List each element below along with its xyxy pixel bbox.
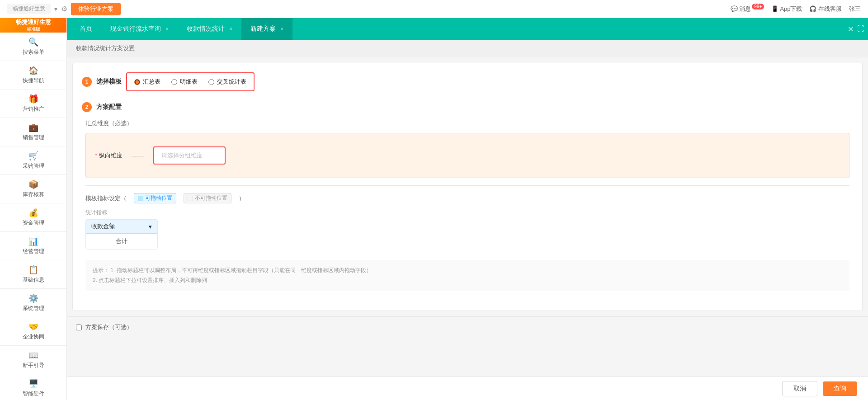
sidebar-item-system[interactable]: ⚙️ 系统管理 [0,289,66,317]
tab-collection[interactable]: 收款情况统计 × [178,18,241,40]
dimension-title: 汇总维度（必选） [85,119,849,127]
top-bar-right: 💬 消息99+ 📱 App下载 🎧 在线客服 张三 [731,5,861,13]
top-bar: 畅捷通好生意 ▾ ⚙ 体验行业方案 💬 消息99+ 📱 App下载 🎧 在线客服… [0,0,868,18]
tab-cashflow[interactable]: 现金银行流水查询 × [101,18,178,40]
radio-detail-label: 明细表 [180,78,198,86]
logo-sub: 标准版 [27,26,40,33]
metrics-section: 模板指标设定（ 可拖动位置 不可拖动位置 ） [85,185,849,251]
gear-icon: ⚙️ [28,293,38,303]
required-mark: * [95,152,97,159]
sidebar-item-search[interactable]: 🔍 搜索菜单 [0,33,66,61]
step1-title: 选择模板 [96,78,122,86]
metrics-label-row: 模板指标设定（ 可拖动位置 不可拖动位置 ） [85,193,849,203]
radio-summary-input[interactable] [134,79,140,85]
step1-num: 1 [82,77,92,87]
draggable-indicator [138,196,143,201]
sidebar-item-nav[interactable]: 🏠 快捷导航 [0,61,66,89]
handshake-icon: 🤝 [28,322,38,332]
sidebar-item-finance[interactable]: 💰 资金管理 [0,203,66,232]
sidebar-item-label: 库存核算 [23,191,44,198]
tab-bar: 首页 现金银行流水查询 × 收款情况统计 × 新建方案 × ✕ ⛶ [67,18,868,40]
tab-collection-close[interactable]: × [229,26,232,32]
form-container: 1 选择模板 汇总表 明细表 [72,63,863,311]
metrics-table-container: 统计指标 收款金额 ▾ 合计 [85,209,849,251]
sidebar-item-label: 采购管理 [23,162,44,170]
draggable-label: 可拖动位置 [145,194,172,202]
radio-summary-label: 汇总表 [143,78,160,86]
user-name[interactable]: 张三 [849,5,861,13]
content-area: 收款情况统计方案设置 1 选择模板 汇总表 [67,40,868,376]
metrics-col-dropdown-icon[interactable]: ▾ [149,223,152,230]
draggable-badge: 可拖动位置 [134,193,176,203]
metrics-table: 收款金额 ▾ 合计 [85,219,158,249]
sidebar-item-label: 基础信息 [23,276,44,284]
money-icon: 💰 [28,208,38,218]
step2-section: 2 方案配置 汇总维度（必选） * 纵向维度 —— [82,102,853,291]
home-icon: 🏠 [28,66,38,75]
sidebar-item-inventory[interactable]: 📦 库存核算 [0,175,66,203]
metrics-header-label: 统计指标 [85,209,849,216]
dimension-input[interactable]: 请选择分组维度 [153,146,226,165]
tab-close-all-icon[interactable]: ✕ [848,25,854,33]
cart-icon: 🛒 [28,151,38,161]
settings-icon[interactable]: ⚙ [61,5,67,13]
tab-new-plan-label: 新建方案 [250,25,276,33]
sidebar-item-operation[interactable]: 📊 经营管理 [0,232,66,260]
tip-2: 2. 点击标题栏下拉可设置排序、插入列和删除列 [93,276,842,286]
online-service[interactable]: 🎧 在线客服 [809,5,842,13]
save-checkbox[interactable] [76,325,82,330]
top-bar-left: 畅捷通好生意 ▾ ⚙ 体验行业方案 [7,3,121,15]
sidebar-item-label: 快捷导航 [23,77,44,85]
non-draggable-badge: 不可拖动位置 [184,193,231,203]
list-icon: 📋 [28,265,38,275]
tab-home[interactable]: 首页 [71,18,101,40]
radio-detail-input[interactable] [171,79,177,85]
sidebar-item-collab[interactable]: 🤝 企业协同 [0,317,66,346]
sidebar-item-label: 新手引导 [23,362,44,369]
radio-cross-input[interactable] [208,79,214,85]
sidebar-item-sales[interactable]: 💼 销售管理 [0,118,66,146]
monitor-icon: 🖥️ [28,379,38,389]
notification-badge: 99+ [752,4,764,9]
sidebar-item-hardware[interactable]: 🖥️ 智能硬件 [0,374,66,400]
dimension-config: 汇总维度（必选） * 纵向维度 —— 请选择分组维度 [82,119,853,291]
sidebar-item-guide[interactable]: 📖 新手引导 [0,346,66,374]
notification[interactable]: 💬 消息99+ [731,5,764,13]
sidebar-logo: 畅捷通好生意 标准版 [0,18,66,33]
industry-btn[interactable]: 体验行业方案 [71,3,121,15]
tab-home-label: 首页 [80,25,92,33]
tab-new-plan-close[interactable]: × [280,26,283,32]
radio-cross-label: 交叉统计表 [217,78,246,86]
tab-cashflow-label: 现金银行流水查询 [110,25,161,33]
app-download[interactable]: 📱 App下载 [771,5,802,13]
tab-cashflow-close[interactable]: × [165,26,169,32]
sidebar-item-label: 销售管理 [23,134,44,141]
footer-bar: 取消 查询 [67,376,868,400]
step2-header: 2 方案配置 [82,102,853,112]
metrics-table-row: 合计 [86,234,157,249]
dimension-area: * 纵向维度 —— 请选择分组维度 [85,133,849,178]
step2-num: 2 [82,102,92,112]
tab-collection-label: 收款情况统计 [187,25,225,33]
radio-cross[interactable]: 交叉统计表 [208,78,246,86]
page-title: 收款情况统计方案设置 [67,40,868,57]
radio-summary[interactable]: 汇总表 [134,78,160,86]
metrics-table-header[interactable]: 收款金额 ▾ [86,220,157,234]
non-draggable-label: 不可拖动位置 [195,194,227,202]
query-button[interactable]: 查询 [823,381,857,396]
tip-1: 提示： 1. 拖动标题栏可以调整布局，不可跨维度或指标区域拖动栏目字段（只能在同… [93,266,842,276]
cancel-button[interactable]: 取消 [782,381,817,396]
sidebar-item-purchase[interactable]: 🛒 采购管理 [0,146,66,175]
tab-new-plan[interactable]: 新建方案 × [241,18,292,40]
chevron-down-icon[interactable]: ▾ [54,5,57,13]
tips-section: 提示： 1. 拖动标题栏可以调整布局，不可跨维度或指标区域拖动栏目字段（只能在同… [85,260,849,291]
sidebar-item-marketing[interactable]: 🎁 营销推广 [0,89,66,118]
step1-section: 1 选择模板 汇总表 明细表 [82,72,853,91]
sidebar: 畅捷通好生意 标准版 🔍 搜索菜单 🏠 快捷导航 🎁 营销推广 💼 销售管理 🛒… [0,18,67,400]
right-area: 首页 现金银行流水查询 × 收款情况统计 × 新建方案 × ✕ ⛶ 收款情况统计… [67,18,868,400]
radio-detail[interactable]: 明细表 [171,78,198,86]
sidebar-item-basic[interactable]: 📋 基础信息 [0,260,66,289]
tab-maximize-icon[interactable]: ⛶ [857,25,864,33]
tab-bar-controls: ✕ ⛶ [848,25,864,33]
dimension-arrow: —— [132,152,144,159]
